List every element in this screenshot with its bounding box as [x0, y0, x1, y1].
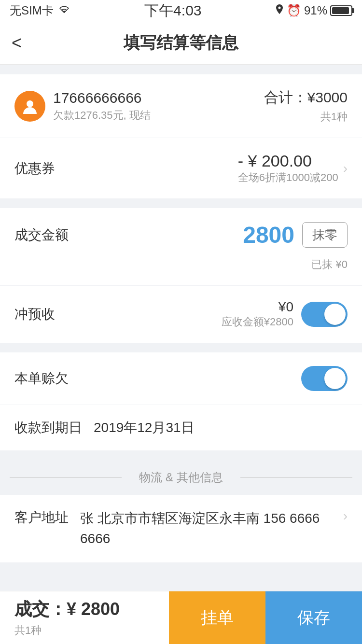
customer-sub: 欠款1276.35元, 现结 [53, 108, 151, 123]
amount-section: 成交金额 2800 抹零 已抹 ¥0 [0, 208, 362, 285]
debt-toggle-knob [324, 368, 346, 389]
debt-section: 本单赊欠 [0, 352, 362, 405]
amount-sub-text: 已抹 ¥0 [311, 258, 348, 270]
duedate-row: 收款到期日 2019年12月31日 [14, 419, 348, 437]
address-chevron-icon: › [343, 508, 348, 524]
coupon-discount: - ¥ 200.00 [238, 152, 338, 170]
back-button[interactable]: < [12, 33, 22, 53]
round-button[interactable]: 抹零 [302, 222, 348, 248]
prepay-row: 冲预收 ¥0 应收金额¥2800 [14, 299, 348, 329]
logistics-divider: 物流 & 其他信息 [0, 460, 362, 495]
alarm-icon: ⏰ [287, 4, 301, 17]
customer-right: 合计：¥3000 共1种 [264, 88, 348, 124]
amount-value: 2800 [243, 222, 294, 248]
customer-left: 17666666666 欠款1276.35元, 现结 [14, 90, 151, 123]
customer-phone: 17666666666 [53, 90, 151, 106]
coupon-right: - ¥ 200.00 全场6折满1000减200 › [238, 152, 348, 185]
bottom-info: 成交：¥ 2800 共1种 [0, 598, 169, 638]
divider-4 [0, 450, 362, 460]
divider-line-left [10, 477, 122, 478]
address-row: 客户地址 张 北京市市辖区海淀区永丰南 156 6666 6666 › [14, 508, 348, 549]
address-section[interactable]: 客户地址 张 北京市市辖区海淀区永丰南 156 6666 6666 › [0, 495, 362, 562]
pending-button[interactable]: 挂单 [169, 591, 265, 644]
status-time: 下午4:03 [144, 1, 201, 21]
bottom-count: 共1种 [14, 623, 154, 638]
battery-icon [330, 5, 352, 16]
wifi-icon [57, 4, 71, 17]
bottom-amount: 成交：¥ 2800 [14, 598, 154, 621]
avatar [14, 91, 45, 122]
total-count: 共1种 [264, 110, 348, 124]
prepay-label: 冲预收 [14, 305, 55, 323]
prepay-section: 冲预收 ¥0 应收金额¥2800 [0, 285, 362, 343]
bottom-bar: 成交：¥ 2800 共1种 挂单 保存 [0, 591, 362, 644]
duedate-section: 收款到期日 2019年12月31日 [0, 405, 362, 450]
total-price: 合计：¥3000 [264, 88, 348, 108]
prepay-value: ¥0 [222, 299, 293, 315]
amount-right: 2800 抹零 [243, 222, 348, 248]
prepay-right: ¥0 应收金额¥2800 [222, 299, 348, 329]
page-title: 填写结算等信息 [124, 32, 238, 54]
customer-row: 17666666666 欠款1276.35元, 现结 合计：¥3000 共1种 [14, 88, 348, 124]
battery-percentage: 91% [304, 4, 327, 17]
coupon-value-block: - ¥ 200.00 全场6折满1000减200 [238, 152, 338, 185]
carrier-text: 无SIM卡 [10, 3, 54, 18]
battery-fill [332, 7, 349, 14]
divider-3 [0, 343, 362, 352]
status-left: 无SIM卡 [10, 3, 71, 18]
svg-point-0 [27, 100, 33, 107]
divider-2 [0, 198, 362, 208]
status-bar: 无SIM卡 下午4:03 ⏰ 91% [0, 0, 362, 21]
customer-info: 17666666666 欠款1276.35元, 现结 [53, 90, 151, 123]
prepay-toggle[interactable] [301, 302, 348, 327]
amount-row: 成交金额 2800 抹零 [14, 222, 348, 248]
amount-sub: 已抹 ¥0 [14, 256, 348, 272]
location-icon [275, 4, 284, 17]
save-button[interactable]: 保存 [265, 591, 362, 644]
address-label: 客户地址 [14, 508, 72, 527]
logistics-text: 物流 & 其他信息 [139, 470, 223, 485]
toggle-knob [324, 304, 346, 325]
divider-line-right [240, 477, 352, 478]
nav-header: < 填写结算等信息 [0, 21, 362, 65]
address-value: 张 北京市市辖区海淀区永丰南 156 6666 6666 [80, 508, 335, 549]
coupon-sub: 全场6折满1000减200 [238, 170, 338, 185]
debt-row: 本单赊欠 [14, 366, 348, 391]
debt-toggle[interactable] [301, 366, 348, 391]
chevron-right-icon: › [343, 161, 348, 176]
prepay-sub: 应收金额¥2800 [222, 315, 293, 329]
customer-section: 17666666666 欠款1276.35元, 现结 合计：¥3000 共1种 [0, 74, 362, 138]
coupon-section[interactable]: 优惠券 - ¥ 200.00 全场6折满1000减200 › [0, 138, 362, 198]
duedate-label: 收款到期日 [14, 419, 82, 437]
prepay-value-block: ¥0 应收金额¥2800 [222, 299, 293, 329]
coupon-label: 优惠券 [14, 159, 55, 178]
amount-label: 成交金额 [14, 226, 69, 244]
divider-top [0, 65, 362, 74]
duedate-value: 2019年12月31日 [94, 419, 195, 437]
status-right: ⏰ 91% [275, 4, 352, 17]
bottom-amount-label: 成交： [14, 599, 67, 619]
bottom-amount-value: ¥ 2800 [67, 599, 120, 619]
debt-label: 本单赊欠 [14, 369, 69, 388]
